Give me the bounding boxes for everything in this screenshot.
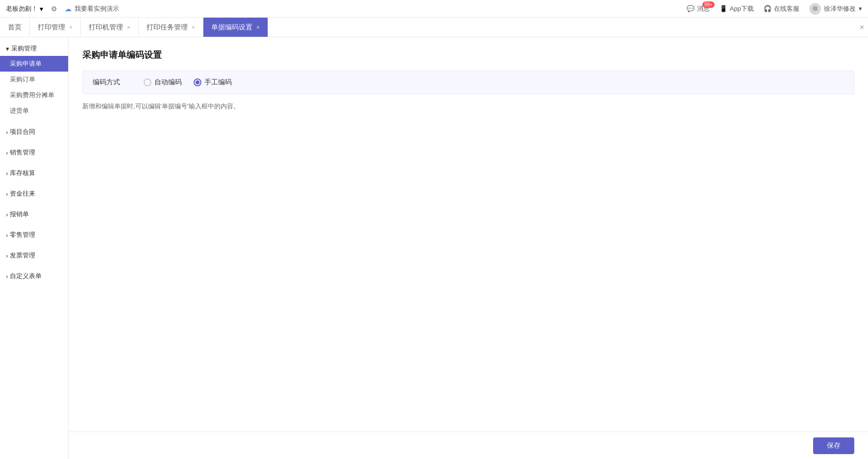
tab-print-task-management-label: 打印任务管理	[147, 23, 188, 32]
sidebar-item-stock-in[interactable]: 进货单	[0, 103, 68, 119]
sidebar-group-custom-form-label: 自定义表单	[10, 272, 42, 280]
sidebar-group-sales-management: › 销售管理	[0, 141, 68, 162]
chevron-right-icon: ›	[6, 231, 8, 239]
content-inner: 采购申请单编码设置 编码方式 自动编码 手工编码 新增和编辑单据时,可以编辑'单…	[69, 37, 868, 432]
sidebar-group-sales-management-label: 销售管理	[10, 148, 35, 157]
demo-button[interactable]: ☁ 我要看实例演示	[65, 4, 119, 13]
top-bar-right: 💬 消息 99+ 📱 App下载 🎧 在线客服 徐 徐泽华修改 ▾	[687, 3, 862, 15]
tab-printer-management-label: 打印机管理	[89, 23, 123, 32]
radio-manual-circle	[194, 78, 201, 86]
main-layout: ▾ 采购管理 采购申请单 采购订单 采购费用分摊单 进货单 › 项目合同	[0, 37, 868, 459]
messages-button[interactable]: 💬 消息 99+	[687, 4, 710, 13]
hint-text: 新增和编辑单据时,可以编辑'单据编号'输入框中的内容。	[82, 102, 854, 111]
demo-text: 我要看实例演示	[74, 4, 119, 13]
chevron-right-icon: ›	[6, 273, 8, 280]
message-icon: 💬	[687, 5, 694, 12]
tab-barcode-settings-label: 单据编码设置	[211, 23, 252, 32]
sidebar-group-capital-label: 资金往来	[10, 189, 35, 198]
app-download-button[interactable]: 📱 App下载	[719, 4, 754, 13]
tab-bar: 首页 打印管理 × 打印机管理 × 打印任务管理 × 单据编码设置 × ×	[0, 18, 868, 37]
app-download-icon: 📱	[719, 5, 727, 12]
sidebar-item-stock-in-label: 进货单	[10, 107, 29, 114]
sidebar-item-purchase-request-label: 采购申请单	[10, 60, 42, 67]
tab-printer-management-close[interactable]: ×	[127, 25, 130, 30]
sidebar-item-purchase-expense-label: 采购费用分摊单	[10, 91, 54, 99]
tab-home[interactable]: 首页	[0, 18, 30, 37]
close-panel-button[interactable]: ×	[856, 18, 868, 37]
sidebar-group-retail-label: 零售管理	[10, 230, 35, 239]
sidebar-group-procurement-title[interactable]: ▾ 采购管理	[0, 41, 68, 56]
sidebar: ▾ 采购管理 采购申请单 采购订单 采购费用分摊单 进货单 › 项目合同	[0, 37, 69, 459]
coding-settings-panel: 编码方式 自动编码 手工编码	[82, 71, 854, 94]
sidebar-group-retail-title[interactable]: › 零售管理	[0, 228, 68, 242]
radio-auto-label: 自动编码	[154, 78, 182, 87]
chevron-right-icon: ›	[6, 252, 8, 259]
sidebar-group-inventory: › 库存核算	[0, 162, 68, 182]
radio-manual-coding[interactable]: 手工编码	[194, 78, 232, 87]
tab-print-management-close[interactable]: ×	[69, 25, 73, 30]
username: 徐泽华修改	[824, 4, 856, 13]
top-bar-left: 老板勿剔！ ▾ ⚙ ☁ 我要看实例演示	[6, 4, 119, 14]
sidebar-group-custom-form-title[interactable]: › 自定义表单	[0, 269, 68, 283]
sidebar-group-capital-title[interactable]: › 资金往来	[0, 186, 68, 201]
sidebar-group-invoice-label: 发票管理	[10, 251, 35, 260]
tab-print-task-management-close[interactable]: ×	[192, 25, 195, 30]
radio-auto-coding[interactable]: 自动编码	[144, 78, 182, 87]
tab-print-management-label: 打印管理	[38, 23, 65, 32]
chevron-right-icon: ›	[6, 211, 8, 218]
chevron-right-icon: ›	[6, 149, 8, 156]
chevron-down-icon: ▾	[6, 45, 9, 52]
chevron-right-icon: ›	[6, 128, 8, 136]
tab-print-task-management[interactable]: 打印任务管理 ×	[139, 18, 203, 37]
settings-button[interactable]: ⚙	[49, 4, 59, 14]
sidebar-group-procurement-label: 采购管理	[11, 44, 37, 53]
headset-icon: 🎧	[764, 5, 771, 12]
sidebar-item-purchase-order[interactable]: 采购订单	[0, 72, 68, 87]
user-menu[interactable]: 徐 徐泽华修改 ▾	[809, 3, 862, 15]
tab-home-label: 首页	[8, 23, 22, 32]
content-area: 采购申请单编码设置 编码方式 自动编码 手工编码 新增和编辑单据时,可以编辑'单…	[69, 37, 868, 459]
page-title: 采购申请单编码设置	[82, 49, 854, 61]
tab-barcode-settings[interactable]: 单据编码设置 ×	[203, 18, 268, 37]
online-support-label: 在线客服	[774, 4, 799, 13]
sidebar-group-invoice-title[interactable]: › 发票管理	[0, 248, 68, 263]
avatar-text: 徐	[813, 5, 818, 12]
sidebar-group-capital: › 资金往来	[0, 182, 68, 203]
radio-manual-label: 手工编码	[204, 78, 232, 87]
sidebar-group-project-contract: › 项目合同	[0, 121, 68, 141]
chevron-right-icon: ›	[6, 190, 8, 198]
chevron-right-icon: ›	[6, 170, 8, 177]
app-title-dropdown[interactable]: 老板勿剔！ ▾	[6, 4, 43, 13]
coding-label: 编码方式	[93, 78, 120, 87]
radio-group-coding: 自动编码 手工编码	[144, 78, 232, 87]
chevron-down-icon: ▾	[40, 5, 43, 13]
cloud-icon: ☁	[65, 5, 72, 13]
avatar: 徐	[809, 3, 821, 15]
sidebar-group-inventory-label: 库存核算	[10, 169, 35, 178]
tab-barcode-settings-close[interactable]: ×	[256, 25, 260, 30]
sidebar-group-return-title[interactable]: › 报销单	[0, 207, 68, 222]
sidebar-group-sales-management-title[interactable]: › 销售管理	[0, 145, 68, 160]
radio-auto-circle	[144, 78, 151, 86]
sidebar-item-purchase-expense[interactable]: 采购费用分摊单	[0, 87, 68, 103]
tab-print-management[interactable]: 打印管理 ×	[30, 18, 81, 37]
sidebar-group-procurement: ▾ 采购管理 采购申请单 采购订单 采购费用分摊单 进货单	[0, 37, 68, 121]
sidebar-group-retail: › 零售管理	[0, 224, 68, 244]
online-support-button[interactable]: 🎧 在线客服	[764, 4, 799, 13]
sidebar-item-purchase-order-label: 采购订单	[10, 76, 35, 83]
app-download-label: App下载	[730, 4, 754, 13]
sidebar-group-project-contract-title[interactable]: › 项目合同	[0, 125, 68, 139]
tab-printer-management[interactable]: 打印机管理 ×	[81, 18, 139, 37]
messages-badge: 99+	[702, 1, 715, 8]
sidebar-group-inventory-title[interactable]: › 库存核算	[0, 166, 68, 180]
top-bar: 老板勿剔！ ▾ ⚙ ☁ 我要看实例演示 💬 消息 99+ 📱 App下载 🎧 在…	[0, 0, 868, 18]
sidebar-item-purchase-request[interactable]: 采购申请单	[0, 56, 68, 72]
sidebar-group-invoice: › 发票管理	[0, 244, 68, 265]
sidebar-group-project-contract-label: 项目合同	[10, 128, 35, 136]
save-button[interactable]: 保存	[813, 437, 854, 454]
app-title: 老板勿剔！	[6, 4, 38, 13]
content-footer: 保存	[69, 432, 868, 459]
sidebar-group-return-label: 报销单	[10, 210, 29, 219]
user-chevron-icon: ▾	[859, 5, 862, 12]
sidebar-group-return: › 报销单	[0, 203, 68, 224]
